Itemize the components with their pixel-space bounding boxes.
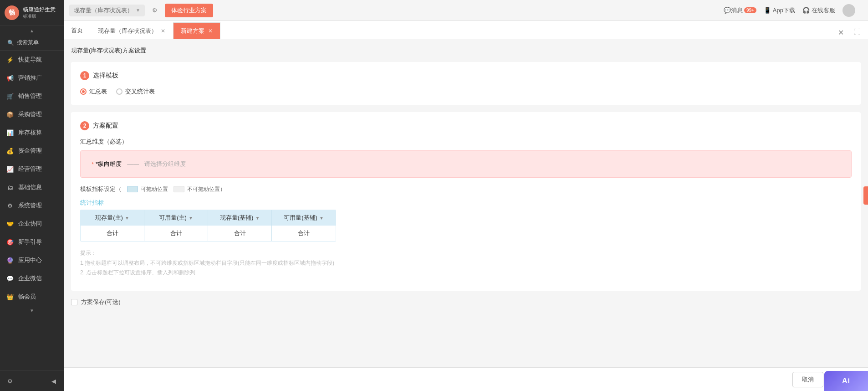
cancel-button[interactable]: 取消	[792, 372, 823, 387]
sidebar-item-purchase[interactable]: 📦 采购管理	[0, 105, 64, 123]
purchase-icon: 📦	[5, 110, 15, 119]
sidebar-bottom: ⚙ ◀	[0, 370, 64, 391]
stats-header-cell-1[interactable]: 可用量(主) ▼	[144, 210, 208, 226]
settings-icon[interactable]: ⚙	[5, 376, 15, 386]
sidebar-item-marketing[interactable]: 📢 营销推广	[0, 69, 64, 87]
footer-bar: 取消 查询	[64, 367, 868, 391]
sidebar-item-wechat[interactable]: 💬 企业微信	[0, 269, 64, 288]
metrics-label-row: 模板指标设定（ 可拖动位置 不可拖动位置）	[80, 185, 852, 193]
sidebar: 畅 畅康通好生意 标准版 ▲ 🔍 搜索菜单 ⚡ 快捷导航 📢 营销推广 🛒 销售…	[0, 0, 64, 391]
sidebar-item-finance[interactable]: 💰 资金管理	[0, 142, 64, 160]
chevron-down-icon: ▼	[136, 8, 140, 13]
tip-title: 提示：	[80, 248, 852, 258]
stats-body-label-0: 合计	[107, 229, 118, 237]
tab-home[interactable]: 首页	[64, 22, 90, 39]
customer-service-button[interactable]: 🎧 在线客服	[802, 6, 835, 15]
section-2-title: 方案配置	[93, 122, 118, 130]
radio-summary-label: 汇总表	[89, 87, 107, 96]
topbar-title-text: 现存量（库存状况表）	[74, 6, 133, 15]
tab-home-label: 首页	[71, 26, 83, 35]
sidebar-item-label: 畅会员	[18, 293, 36, 301]
message-label: 消息	[731, 6, 743, 15]
tip-2: 2. 点击标题栏下拉可设置排序、插入列和删除列	[80, 268, 852, 278]
system-icon: ⚙	[5, 201, 15, 210]
sidebar-item-inventory[interactable]: 📊 库存核算	[0, 123, 64, 142]
section-2-number: 2	[80, 121, 89, 130]
tab-inventory-label: 现存量（库存状况表）	[98, 27, 157, 35]
gear-icon[interactable]: ⚙	[148, 4, 161, 17]
sidebar-search[interactable]: 🔍 搜索菜单	[0, 35, 64, 51]
topbar-title-box[interactable]: 现存量（库存状况表） ▼	[69, 5, 145, 16]
tab-inventory-close-icon[interactable]: ✕	[161, 28, 165, 34]
expand-icon[interactable]: ⛶	[851, 26, 863, 39]
search-label: 搜索菜单	[17, 39, 39, 46]
section-2-header: 2 方案配置	[80, 121, 852, 130]
fixed-label: 不可拖动位置）	[187, 185, 225, 193]
marketing-icon: 📢	[5, 73, 15, 82]
sidebar-scroll-up[interactable]: ▲	[0, 26, 64, 35]
sidebar-item-guide[interactable]: 🎯 新手引导	[0, 233, 64, 251]
sidebar-item-shortcut[interactable]: ⚡ 快捷导航	[0, 51, 64, 69]
close-panel-icon[interactable]: ✕	[834, 26, 847, 39]
dimension-row: * *纵向维度 —— 请选择分组维度	[80, 150, 852, 178]
stats-body-cell-2: 合计	[208, 226, 272, 241]
tabbar: 首页 现存量（库存状况表） ✕ 新建方案 ✕ ✕ ⛶	[64, 21, 868, 39]
stats-header-cell-3[interactable]: 可用量(基辅) ▼	[272, 210, 336, 226]
user-avatar[interactable]	[842, 4, 855, 17]
dropdown-arrow-0: ▼	[125, 216, 129, 221]
ai-float-button[interactable]: Ai	[824, 371, 868, 391]
tab-new-scheme[interactable]: 新建方案 ✕	[173, 22, 220, 39]
phone-icon: 📱	[764, 7, 771, 14]
save-checkbox[interactable]	[71, 299, 77, 305]
collapse-icon[interactable]: ◀	[48, 376, 59, 386]
sidebar-scroll-down[interactable]: ▼	[0, 306, 64, 315]
app-download-button[interactable]: 📱 App下载	[764, 6, 795, 15]
shortcut-icon: ⚡	[5, 55, 15, 64]
save-option: 方案保存(可选)	[71, 298, 861, 306]
sidebar-item-label: 基础信息	[18, 183, 42, 191]
draggable-label: 可拖动位置	[141, 185, 168, 193]
radio-cross[interactable]: 交叉统计表	[116, 87, 155, 96]
tip-1: 1.拖动标题栏可以调整布局，不可跨维度或指标区域拖动栏目字段(只能在同一维度或指…	[80, 258, 852, 268]
stats-header-label-0: 现存量(主)	[95, 214, 123, 222]
stats-body-cell-1: 合计	[144, 226, 208, 241]
content-area: 现存量(库存状况表)方案设置 1 选择模板 汇总表 交叉统计表 2	[64, 39, 868, 367]
main-area: 现存量（库存状况表） ▼ ⚙ 体验行业方案 💬 消息 99+ 📱 App下载 🎧…	[64, 0, 868, 391]
stats-header-cell-2[interactable]: 现存量(基辅) ▼	[208, 210, 272, 226]
tab-new-scheme-close-icon[interactable]: ✕	[208, 28, 213, 34]
message-button[interactable]: 💬 消息 99+	[724, 6, 756, 15]
sidebar-item-contract[interactable]: 🤝 企业协同	[0, 215, 64, 233]
message-badge: 99+	[744, 7, 756, 13]
ai-label: Ai	[842, 377, 850, 385]
tab-new-scheme-label: 新建方案	[181, 27, 204, 35]
sidebar-item-label: 营销推广	[18, 74, 42, 82]
radio-summary[interactable]: 汇总表	[80, 87, 107, 96]
sidebar-item-label: 企业协同	[18, 220, 42, 228]
sidebar-item-label: 库存核算	[18, 129, 42, 137]
section-1-title: 选择模板	[93, 72, 118, 80]
sidebar-item-apps[interactable]: 🔮 应用中心	[0, 251, 64, 269]
sidebar-item-member[interactable]: 👑 畅会员	[0, 288, 64, 306]
logo-text-block: 畅康通好生意 标准版	[23, 6, 56, 20]
finance-icon: 💰	[5, 146, 15, 155]
fixed-legend-box	[174, 186, 184, 192]
tab-inventory[interactable]: 现存量（库存状况表） ✕	[90, 22, 173, 39]
logo-title: 畅康通好生意	[23, 6, 56, 14]
sidebar-item-sales[interactable]: 🛒 销售管理	[0, 87, 64, 105]
sidebar-item-system[interactable]: ⚙ 系统管理	[0, 196, 64, 215]
member-icon: 👑	[5, 292, 15, 301]
radio-cross-label: 交叉统计表	[125, 87, 155, 96]
apps-icon: 🔮	[5, 256, 15, 265]
section-1-card: 1 选择模板 汇总表 交叉统计表	[71, 62, 861, 105]
page-title: 现存量(库存状况表)方案设置	[71, 46, 861, 55]
contract-icon: 🤝	[5, 219, 15, 228]
sidebar-item-operations[interactable]: 📈 经营管理	[0, 160, 64, 178]
sidebar-item-label: 快捷导航	[18, 56, 42, 64]
stats-header-cell-0[interactable]: 现存量(主) ▼	[81, 210, 144, 226]
side-helper[interactable]	[863, 186, 868, 205]
stats-header-content-3: 可用量(基辅) ▼	[284, 214, 324, 222]
stats-body-cell-3: 合计	[272, 226, 336, 241]
trial-button[interactable]: 体验行业方案	[165, 4, 213, 17]
template-options: 汇总表 交叉统计表	[80, 87, 852, 96]
sidebar-item-basic[interactable]: 🗂 基础信息	[0, 178, 64, 196]
